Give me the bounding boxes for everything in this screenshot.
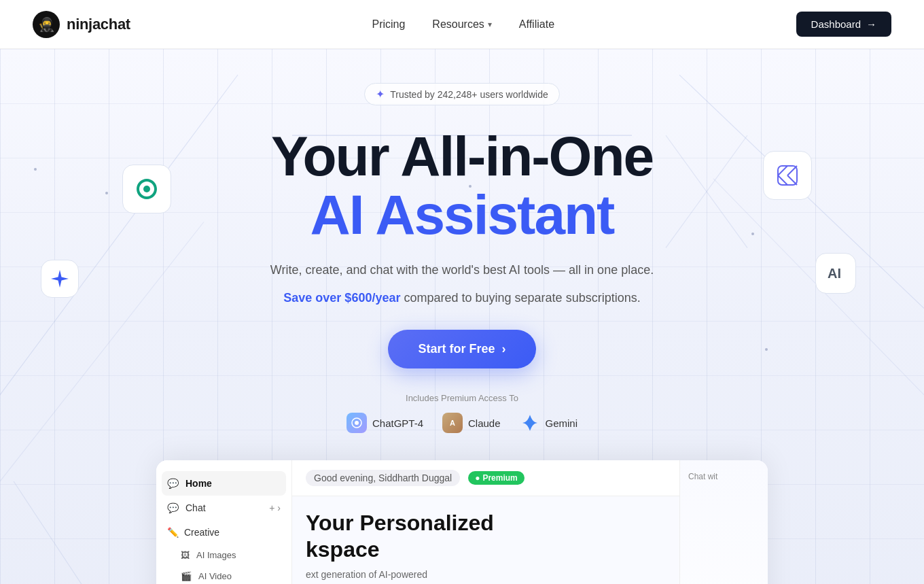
add-chat-icon[interactable]: + [269,502,274,513]
home-icon: 💬 [167,478,179,489]
svg-point-18 [355,421,359,425]
sidebar-item-creative[interactable]: ✏️ Creative [156,520,291,545]
deco-dot [105,192,108,194]
logo-area[interactable]: 🥷 ninjachat [33,11,130,38]
navbar: 🥷 ninjachat Pricing Resources ▾ Affiliat… [0,0,924,49]
premium-access-section: Includes Premium Access To ChatGPT-4 A C… [346,393,578,433]
greeting-bar: Good evening, Siddharth Duggal ● Premium [292,460,679,496]
ai-badge-claude: A Claude [442,413,501,433]
svg-line-8 [666,135,747,247]
arrow-icon: › [502,342,506,356]
nav-link-affiliate[interactable]: Affiliate [519,18,554,31]
ai-badge-chatgpt: ChatGPT-4 [346,413,423,433]
trust-badge-text: Trusted by 242,248+ users worldwide [390,89,548,100]
hero-subtitle: Write, create, and chat with the world's… [270,263,654,277]
hero-title: Your All-in-One AI Assistant [271,127,653,244]
premium-access-label: Includes Premium Access To [406,393,518,403]
svg-line-9 [666,135,747,247]
arrow-right-icon: → [866,18,876,30]
premium-badge: ● Premium [468,471,525,485]
greeting-text: Good evening, Siddharth Duggal [306,470,460,486]
deco-dot [765,348,768,351]
app-sidebar: 💬 Home 💬 Chat + › ✏️ Creative 🖼 AI Imag [156,460,292,584]
chatgpt-icon [346,413,367,433]
chat-icon: 💬 [167,502,179,513]
app-hero-desc: ext generation of AI-powered roductivity… [306,568,666,584]
svg-line-7 [14,481,156,584]
app-hero-title: Your Personalized kspace [306,510,666,562]
right-panel-label: Chat wit [688,472,717,481]
svg-text:🥷: 🥷 [38,16,55,33]
svg-line-3 [0,75,238,395]
hero-subtitle-save: Save over $600/year compared to buying s… [283,291,640,305]
svg-text:AI: AI [828,266,841,281]
deco-dot [751,233,754,235]
green-dot-icon: ● [475,473,480,483]
nav-link-pricing[interactable]: Pricing [372,18,405,31]
app-main-content: Good evening, Siddharth Duggal ● Premium… [292,460,679,584]
logo-icon: 🥷 [33,11,60,38]
pencil-icon: ✏️ [167,527,179,538]
resources-chevron-icon: ▾ [488,20,492,29]
app-hero-text: Your Personalized kspace ext generation … [292,496,679,584]
chat-chevron-icon[interactable]: › [277,502,281,513]
svg-line-15 [787,175,797,185]
app-screenshot: 💬 Home 💬 Chat + › ✏️ Creative 🖼 AI Imag [156,460,768,584]
nav-links: Pricing Resources ▾ Affiliate [372,18,554,31]
logo-text: ninjachat [67,16,130,33]
app-right-panel: Chat wit [679,460,768,584]
ai-badge-gemini: Gemini [520,413,578,433]
svg-point-10 [143,186,150,192]
nav-link-resources[interactable]: Resources ▾ [432,18,491,31]
svg-line-4 [0,222,204,481]
float-icon-anthropic: AI [815,253,856,294]
trust-badge: ✦ Trusted by 242,248+ users worldwide [364,83,560,105]
dashboard-button[interactable]: Dashboard → [796,12,891,37]
float-icon-perplexity [763,151,812,200]
float-icon-spark [41,260,79,298]
ai-badges: ChatGPT-4 A Claude [346,413,578,433]
gemini-icon [520,413,540,433]
sparkle-icon: ✦ [376,88,385,101]
svg-line-13 [787,166,797,175]
sidebar-item-home[interactable]: 💬 Home [162,471,286,496]
claude-icon: A [442,413,463,433]
sidebar-item-chat[interactable]: 💬 Chat + › [156,496,291,520]
image-icon: 🖼 [181,550,190,560]
start-for-free-button[interactable]: Start for Free › [388,330,535,368]
video-icon: 🎬 [181,571,192,581]
deco-dot [34,168,37,171]
hero-section: AI ✦ Trusted by 242,248+ users worldwide… [0,49,924,584]
float-icon-openai [122,165,171,213]
sidebar-sub-item-images[interactable]: 🖼 AI Images [156,545,291,566]
sidebar-sub-item-video[interactable]: 🎬 AI Video [156,566,291,584]
